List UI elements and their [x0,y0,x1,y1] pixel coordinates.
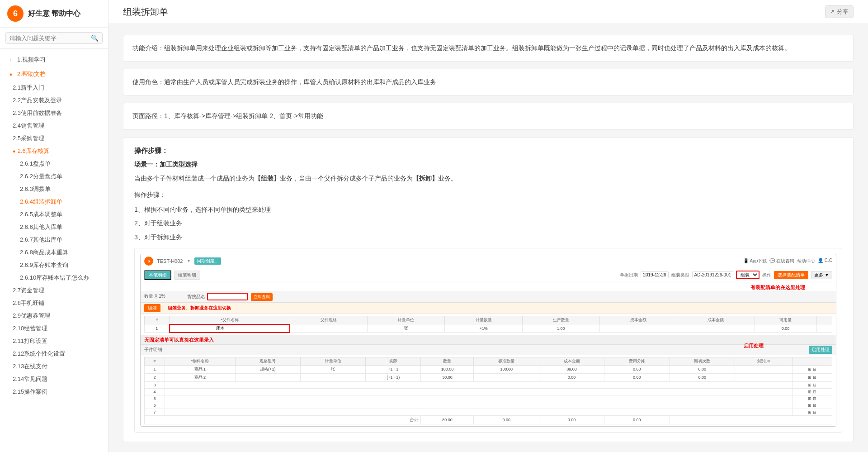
mock-product-search[interactable] [207,293,248,300]
share-button[interactable]: ↗ 分享 [825,5,854,18]
mock-lth-num: # [145,357,165,365]
mock-lr1-unit: 张 [300,365,365,373]
mock-upper-cell-spec [290,324,367,333]
mock-lower-tbody: 1 商品 1 规格(+1) 张 +1 +1 100.00 100.00 89.0… [145,365,832,415]
mock-lower-row7: 7 ⊞ ⊟ [145,409,832,415]
sidebar-item-stockerror[interactable]: 2.6.10库存账本错了怎么办 [20,271,108,284]
mock-lth-name: *物料名称 [165,357,235,365]
sidebar-item-data[interactable]: 2.3使用前数据准备 [13,107,108,119]
mock-annotation1: 有装配清单的在这里处理 [144,284,805,291]
role-text: 使用角色：通常由生产人员或库管人员完成拆装业务的操作，库管人员确认原材料的出库和… [132,76,844,88]
mock-lr1-std: 100.00 [474,365,539,373]
mock-process-btn[interactable]: 启用处理 [809,346,832,354]
mock-assembly-select[interactable]: 组装 拆卸 [736,271,760,279]
step3: 3、对于拆卸业务 [134,231,842,243]
mock-save-btn[interactable]: 选择装配清单 [774,271,808,279]
sidebar-item-faq[interactable]: 2.14常见问题 [13,373,108,385]
mock-upper-cell-num: 1 [145,324,170,333]
search-input[interactable] [9,35,91,42]
mock-lr1-cost: 89.00 [539,365,604,373]
mock-nav-help: 💬 在线咨询 [769,258,794,264]
mock-lr2-unit [300,373,365,381]
path-block: 页面路径：1、库存核算->库存管理->组装拆卸单 2、首页->常用功能 [123,103,854,129]
sidebar-item-cases[interactable]: 2.15操作案例 [13,385,108,398]
mock-lth-init: 期初次数 [670,357,735,365]
mock-upper-cell-prodqty: 1.00 [522,324,599,333]
mock-upper-cell-qty: +1% [445,324,522,333]
sidebar-item-mobile[interactable]: 2.8手机旺铺 [13,297,108,309]
main-header: 组装拆卸单 ↗ 分享 [108,0,868,24]
mock-more-btn[interactable]: 更多 ▼ [811,271,832,279]
mock-lower-row5: 5 ⊞ ⊟ [145,395,832,402]
sidebar-item-coupon[interactable]: 2.9优惠券管理 [13,309,108,322]
sidebar-item-print[interactable]: 2.11打印设置 [13,335,108,347]
sidebar-item-sales[interactable]: 2.4销售管理 [13,119,108,132]
mock-lr1-spec: 规格(+1) [235,365,300,373]
sidebar-item-purchase[interactable]: 2.5采购管理 [13,132,108,145]
mock-th-qty: 计量数量 [445,316,522,324]
mock-lower-tfoot: 合计 89.00 0.00 0.00 0.00 [145,415,832,424]
mock-th-spec: 父件规格 [290,316,367,324]
step1: 1、根据不同的业务，选择不同单据的类型来处理 [134,204,842,216]
mock-footer-alloc: 0.00 [604,415,670,424]
mock-create-btn[interactable]: 同期创建... [194,257,221,265]
site-title: 好生意 帮助中心 [28,9,80,19]
content-area: 功能介绍：组装拆卸单用来处理企业组装或拆卸等加工业务，支持有固定装配清单的产品加… [108,24,868,452]
mock-nav-app: 📱 App下载 [743,258,767,264]
mock-lr1-num: 1 [145,365,165,373]
sidebar: 6 好生意 帮助中心 🔍 ＋ 1.视频学习 ● 2.帮助文档 2.1新手入门 2… [0,0,108,452]
mock-lr2-cost: 0.00 [539,373,604,381]
sidebar-item-onlinepay[interactable]: 2.13在线支付 [13,360,108,373]
nav-sub-inventory: 2.6.1盘点单 2.6.2分量盘点单 2.6.3调拨单 2.6.4组装拆卸单 … [13,157,108,284]
mock-tab-current[interactable]: 本笔明细 [144,270,171,280]
sidebar-item-adjust[interactable]: 2.6.3调拨单 [20,183,108,195]
sidebar-item-docs[interactable]: ● 2.帮助文档 [0,67,108,81]
search-icon[interactable]: 🔍 [91,34,99,42]
mock-search-label: 货搜品名 [187,294,205,299]
mock-lth-action [792,357,832,365]
intro-block: 功能介绍：组装拆卸单用来处理企业组装或拆卸等加工业务，支持有固定装配清单的产品加… [123,35,854,62]
search-bar: 🔍 [0,28,108,49]
sidebar-item-stockcount[interactable]: 2.6.1盘点单 [20,157,108,170]
mock-lr3-empty [165,381,792,388]
sidebar-item-splitcount[interactable]: 2.6.2分量盘点单 [20,170,108,183]
mock-type-val: AD-20191226-001 [692,271,734,278]
mock-lth-cost: 成本金额 [539,357,604,365]
scenario1-desc: 当由多个子件材料组装成一个成品的业务为【组装】业务，当由一个父件拆分成多个子产品… [134,172,842,185]
mock-lower-table: # *物料名称 规格型号 计量单位 实际 数量 标准数量 成本金额 费用分摊 [144,357,832,424]
sidebar-item-customize[interactable]: 2.12系统个性化设置 [13,347,108,360]
mock-tab-other[interactable]: 组笔明细 [174,271,200,280]
sidebar-item-otheroutstock[interactable]: 2.6.7其他出库单 [20,233,108,246]
sidebar-item-productcost[interactable]: 2.6.8商品成本重算 [20,246,108,259]
mock-product-input[interactable] [216,326,243,331]
screenshot-container: 6 TEST-H002 ▼ 同期创建... 📱 App下载 💬 在线咨询 帮助中… [134,248,842,433]
sidebar-item-assembly[interactable]: 2.6.4组装拆卸单 [20,195,108,208]
mock-lower-row4: 4 ⊞ ⊟ [145,388,832,395]
mock-lr5-action: ⊞ ⊟ [792,395,832,402]
sidebar-item-otherinstock[interactable]: 2.6.6其他入库单 [20,221,108,233]
mock-footer-total-label: 合计 [145,415,421,424]
sidebar-item-docs-label: 2.帮助文档 [17,70,46,78]
sidebar-item-stockcheck[interactable]: 2.6.9库存账本查询 [20,259,108,271]
sidebar-item-new[interactable]: 2.1新手入门 [13,81,108,94]
sidebar-item-install[interactable]: 2.2产品安装及登录 [13,94,108,107]
mock-th-name: *父件名称 [170,316,290,324]
mock-assemble-btn[interactable]: 组装 [144,304,160,312]
mock-lower-thead-row: # *物料名称 规格型号 计量单位 实际 数量 标准数量 成本金额 费用分摊 [145,357,832,365]
sidebar-item-ops[interactable]: 2.10经营管理 [13,322,108,335]
mock-confirm-btn[interactable]: 立即查询 [251,293,273,301]
screenshot-inner: 6 TEST-H002 ▼ 同期创建... 📱 App下载 💬 在线咨询 帮助中… [140,254,836,427]
mock-annotation3: 启用处理 [744,343,764,349]
mock-upper-cell-unit: 张 [368,324,445,333]
share-label: 分享 [837,8,849,16]
sidebar-item-costadj[interactable]: 2.6.5成本调整单 [20,208,108,221]
sidebar-item-inventory[interactable]: ● 2.6库存核算 [13,145,108,157]
sidebar-item-video[interactable]: ＋ 1.视频学习 [0,52,108,67]
mock-logo: 6 [144,257,153,266]
step2: 2、对于组装业务 [134,217,842,229]
mock-annotation2: 组装业务、拆卸业务在这里切换 [168,305,231,311]
nav-sub-docs: 2.1新手入门 2.2产品安装及登录 2.3使用前数据准备 2.4销售管理 2.… [0,81,108,398]
main-area: 组装拆卸单 ↗ 分享 功能介绍：组装拆卸单用来处理企业组装或拆卸等加工业务，支持… [108,0,868,452]
sidebar-item-capital[interactable]: 2.7资金管理 [13,284,108,297]
search-bar-inner[interactable]: 🔍 [5,32,103,44]
